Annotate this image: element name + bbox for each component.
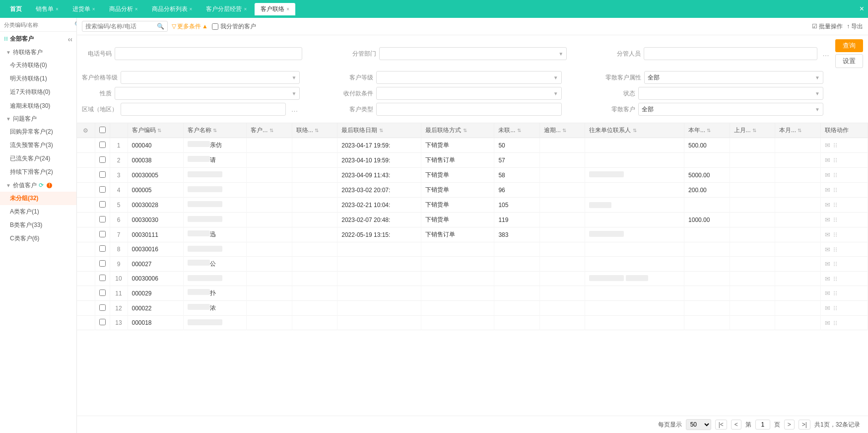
contact-method-link[interactable]: 下销售订单 bbox=[425, 231, 455, 238]
level-select[interactable]: ▼ bbox=[376, 71, 561, 84]
contact-method-link[interactable]: 下销售订单 bbox=[425, 156, 455, 163]
more-filter-btn[interactable]: ▽ 更多条件 ▲ bbox=[172, 22, 208, 31]
menu-icon[interactable]: ⁝⁝ bbox=[833, 319, 837, 327]
status-select[interactable]: ▼ bbox=[638, 87, 823, 100]
my-customers-checkbox[interactable] bbox=[212, 23, 218, 30]
my-customers-check[interactable]: 我分管的客户 bbox=[212, 22, 256, 31]
contact-method-link[interactable]: 下销货单 bbox=[425, 142, 449, 148]
first-page-btn[interactable]: |< bbox=[715, 420, 727, 430]
th-last-date[interactable]: 最后联络日期 ⇅ bbox=[337, 123, 421, 138]
th-check[interactable] bbox=[95, 123, 110, 138]
sidebar-item-churn-warning[interactable]: 流失预警客户(3) bbox=[0, 139, 76, 152]
close-contact-icon[interactable]: × bbox=[286, 6, 289, 12]
tab-analysis-list[interactable]: 商品分析列表 × bbox=[146, 3, 199, 15]
person-dots-icon[interactable]: … bbox=[820, 50, 831, 58]
close-crm-icon[interactable]: × bbox=[244, 6, 247, 12]
retail-select[interactable]: 全部▼ bbox=[638, 103, 823, 116]
settings-icon[interactable]: ⚙ bbox=[83, 127, 88, 134]
row-checkbox[interactable] bbox=[99, 260, 106, 267]
last-page-btn[interactable]: >| bbox=[799, 420, 810, 430]
chat-icon[interactable]: ✉ bbox=[825, 186, 830, 194]
nature-select[interactable]: ▼ bbox=[115, 87, 300, 100]
sidebar-item-a-class[interactable]: A类客户(1) bbox=[0, 205, 76, 218]
td-check[interactable] bbox=[95, 242, 110, 257]
th-company-contact[interactable]: 往来单位联系人 ⇅ bbox=[585, 123, 684, 138]
sidebar-item-overdue[interactable]: 逾期未联络(30) bbox=[0, 99, 76, 113]
sidebar-item-churned[interactable]: 已流失客户(24) bbox=[0, 152, 76, 165]
sidebar-item-ungroup[interactable]: 未分组(32) bbox=[0, 192, 76, 205]
td-check[interactable] bbox=[95, 316, 110, 330]
sidebar-item-tomorrow[interactable]: 明天待联络(1) bbox=[0, 72, 76, 85]
th-code[interactable]: 客户编码 ⇅ bbox=[128, 123, 183, 138]
th-settings[interactable]: ⚙ bbox=[77, 123, 95, 138]
select-all-checkbox[interactable] bbox=[99, 127, 106, 133]
chat-icon[interactable]: ✉ bbox=[825, 260, 830, 268]
retail-attr-select[interactable]: 全部▼ bbox=[644, 71, 823, 84]
sidebar-item-b-class[interactable]: B类客户(33) bbox=[0, 218, 76, 232]
td-check[interactable] bbox=[95, 272, 110, 286]
th-last-month[interactable]: 上月... ⇅ bbox=[730, 123, 775, 138]
chat-icon[interactable]: ✉ bbox=[825, 304, 830, 312]
chat-icon[interactable]: ✉ bbox=[825, 156, 830, 164]
th-type[interactable]: 客户... ⇅ bbox=[247, 123, 292, 138]
menu-icon[interactable]: ⁝⁝ bbox=[833, 275, 837, 283]
menu-icon[interactable]: ⁝⁝ bbox=[833, 171, 837, 179]
row-checkbox[interactable] bbox=[99, 171, 106, 178]
row-checkbox[interactable] bbox=[99, 231, 106, 237]
td-check[interactable] bbox=[95, 227, 110, 242]
all-customers-header[interactable]: ⁝⁝ 全部客户 ‹‹ bbox=[0, 32, 76, 46]
th-this-month[interactable]: 本月... ⇅ bbox=[775, 123, 821, 138]
menu-icon[interactable]: ⁝⁝ bbox=[833, 216, 837, 223]
row-checkbox[interactable] bbox=[99, 304, 106, 311]
chat-icon[interactable]: ✉ bbox=[825, 319, 830, 327]
th-no-contact[interactable]: 未联... ⇅ bbox=[494, 123, 540, 138]
td-check[interactable] bbox=[95, 183, 110, 198]
sidebar-item-c-class[interactable]: C类客户(6) bbox=[0, 232, 76, 245]
sidebar-search-input[interactable] bbox=[4, 22, 72, 28]
menu-icon[interactable]: ⁝⁝ bbox=[833, 231, 837, 238]
contact-method-link[interactable]: 下销货单 bbox=[425, 171, 449, 178]
td-check[interactable] bbox=[95, 198, 110, 213]
collapse-sidebar-icon[interactable]: ‹‹ bbox=[68, 35, 72, 43]
type-select[interactable] bbox=[376, 103, 561, 116]
td-check[interactable] bbox=[95, 213, 110, 227]
td-check[interactable] bbox=[95, 168, 110, 183]
query-btn[interactable]: 查询 bbox=[835, 39, 863, 52]
row-checkbox[interactable] bbox=[99, 289, 106, 296]
price-select[interactable]: ▼ bbox=[121, 71, 300, 84]
main-search-input[interactable] bbox=[85, 23, 155, 30]
contact-method-link[interactable]: 下销货单 bbox=[425, 201, 449, 208]
th-name[interactable]: 客户名称 ⇅ bbox=[183, 123, 247, 138]
chat-icon[interactable]: ✉ bbox=[825, 246, 830, 253]
next-page-btn[interactable]: > bbox=[784, 420, 795, 430]
th-this-year[interactable]: 本年... ⇅ bbox=[684, 123, 730, 138]
prev-page-btn[interactable]: < bbox=[731, 420, 741, 430]
region-input[interactable] bbox=[121, 103, 286, 116]
payment-select[interactable]: ▼ bbox=[376, 87, 561, 100]
tab-sales[interactable]: 销售单 × bbox=[30, 3, 65, 15]
row-checkbox[interactable] bbox=[99, 156, 106, 163]
chat-icon[interactable]: ✉ bbox=[825, 289, 830, 297]
sidebar-item-declining[interactable]: 持续下滑客户(2) bbox=[0, 165, 76, 179]
tab-customer-contact[interactable]: 客户联络 × bbox=[255, 3, 295, 15]
menu-icon[interactable]: ⁝⁝ bbox=[833, 142, 837, 149]
chat-icon[interactable]: ✉ bbox=[825, 171, 830, 179]
tab-crm[interactable]: 客户分层经营 × bbox=[200, 3, 253, 15]
sidebar-item-7days[interactable]: 近7天待联络(0) bbox=[0, 85, 76, 99]
value-group-header[interactable]: ▼ 价值客户 ⟳ ! bbox=[0, 179, 76, 192]
page-input[interactable] bbox=[755, 420, 770, 430]
sidebar-item-today[interactable]: 今天待联络(0) bbox=[0, 59, 76, 72]
row-checkbox[interactable] bbox=[99, 201, 106, 208]
refresh-icon[interactable]: ⟳ bbox=[39, 182, 44, 189]
chat-icon[interactable]: ✉ bbox=[825, 142, 830, 149]
menu-icon[interactable]: ⁝⁝ bbox=[833, 289, 837, 297]
problem-group-header[interactable]: ▼ 问题客户 bbox=[0, 113, 76, 125]
contact-method-link[interactable]: 下销货单 bbox=[425, 186, 449, 193]
batch-op-btn[interactable]: ☑ 批量操作 bbox=[812, 22, 843, 31]
close-sales-icon[interactable]: × bbox=[56, 6, 59, 12]
td-check[interactable] bbox=[95, 301, 110, 316]
sidebar-item-abnormal[interactable]: 回购异常客户(2) bbox=[0, 125, 76, 139]
phone-input[interactable] bbox=[115, 47, 302, 60]
close-purchase-icon[interactable]: × bbox=[92, 6, 95, 12]
main-search-icon[interactable]: 🔍 bbox=[157, 23, 164, 30]
